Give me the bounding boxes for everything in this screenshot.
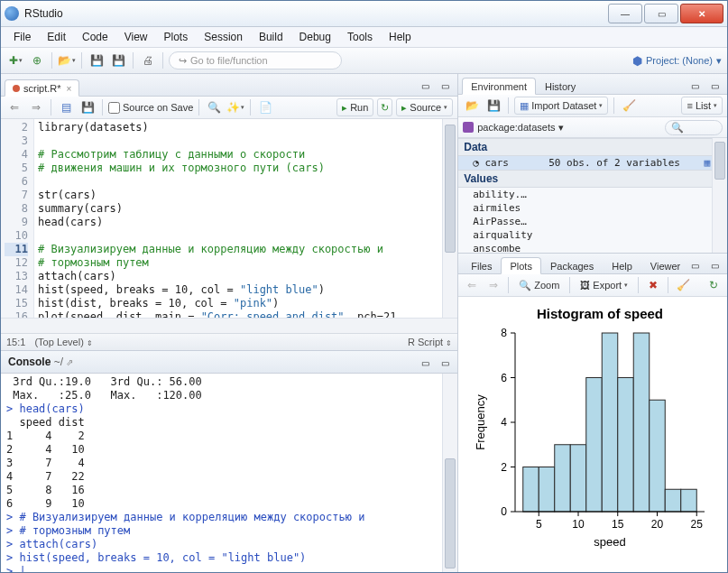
- print-icon[interactable]: 🖨: [139, 51, 157, 69]
- maximize-button[interactable]: ▭: [644, 4, 678, 23]
- tab-history[interactable]: History: [536, 78, 585, 95]
- source-tab[interactable]: script.R* ×: [5, 79, 79, 97]
- tab-packages[interactable]: Packages: [541, 257, 603, 274]
- search-icon: 🔍: [671, 122, 684, 134]
- save-all-icon[interactable]: 💾: [109, 51, 127, 69]
- tab-viewer[interactable]: Viewer: [641, 257, 689, 274]
- env-scope-selector[interactable]: package:datasets▾: [463, 122, 564, 134]
- console-pane: Console ~/ ⇗ ▭ ▭ 3rd Qu.:19.0 3rd Qu.: 5…: [1, 351, 457, 572]
- tab-help[interactable]: Help: [603, 257, 641, 274]
- pane-restore-icon[interactable]: ▭: [705, 256, 723, 274]
- source-editor[interactable]: 23456789101112131415161718192021 library…: [1, 119, 457, 318]
- console-path: ~/: [54, 356, 63, 368]
- save-workspace-icon[interactable]: 💾: [484, 97, 502, 115]
- save-icon[interactable]: 💾: [88, 51, 106, 69]
- forward-icon[interactable]: ⇒: [27, 98, 45, 116]
- pane-max-icon[interactable]: ▭: [416, 77, 434, 95]
- export-button[interactable]: 🖼 Export▾: [576, 277, 632, 293]
- titlebar: RStudio — ▭ ✕: [1, 1, 727, 27]
- tab-plots[interactable]: Plots: [501, 257, 540, 274]
- menu-code[interactable]: Code: [75, 29, 115, 45]
- prev-plot-icon[interactable]: ⇐: [463, 276, 481, 294]
- env-body[interactable]: Data◔ cars50 obs. of 2 variables▦Valuesa…: [458, 138, 712, 253]
- menu-view[interactable]: View: [117, 29, 155, 45]
- compile-report-icon[interactable]: 📄: [256, 98, 274, 116]
- svg-rect-8: [633, 333, 650, 512]
- pane-max-icon[interactable]: ▭: [416, 354, 434, 372]
- editor-vscrollbar[interactable]: [442, 119, 457, 318]
- pane-restore-icon[interactable]: ▭: [705, 77, 723, 95]
- menu-session[interactable]: Session: [197, 29, 250, 45]
- load-workspace-icon[interactable]: 📂: [463, 97, 481, 115]
- save-source-icon[interactable]: 💾: [78, 98, 97, 116]
- env-row[interactable]: anscombe: [458, 242, 712, 253]
- env-row[interactable]: airquality: [458, 228, 712, 242]
- pane-restore-icon[interactable]: ▭: [436, 77, 454, 95]
- new-file-icon[interactable]: ✚▾: [6, 51, 24, 69]
- menu-tools[interactable]: Tools: [340, 29, 380, 45]
- show-doc-icon[interactable]: ▤: [57, 98, 75, 116]
- view-mode-button[interactable]: ≡ List▾: [681, 97, 723, 115]
- menu-build[interactable]: Build: [252, 29, 290, 45]
- run-button[interactable]: ▸Run: [336, 98, 373, 116]
- editor-code[interactable]: library(datasets) # Рассмотрим таблицу с…: [34, 119, 442, 318]
- source-button[interactable]: ▸Source▾: [396, 98, 453, 116]
- refresh-plot-icon[interactable]: ↻: [705, 276, 723, 294]
- goto-file-input[interactable]: ↪ Go to file/function: [169, 51, 342, 69]
- wand-icon[interactable]: ✨▾: [226, 98, 244, 116]
- console-body[interactable]: 3rd Qu.:19.0 3rd Qu.: 56.00 Max. :25.0 M…: [1, 374, 442, 572]
- project-selector[interactable]: ⬢ Project: (None) ▾: [632, 54, 722, 68]
- svg-text:Frequency: Frequency: [474, 394, 487, 450]
- env-search-input[interactable]: 🔍: [665, 120, 723, 135]
- menu-debug[interactable]: Debug: [292, 29, 338, 45]
- open-file-icon[interactable]: 📂▾: [58, 51, 76, 69]
- plots-toolbar: ⇐ ⇒ 🔍 Zoom 🖼 Export▾ ✖ 🧹 ↻: [458, 274, 727, 297]
- plots-pane: FilesPlotsPackagesHelpViewer ▭ ▭ ⇐ ⇒ 🔍 Z…: [458, 254, 727, 572]
- pane-restore-icon[interactable]: ▭: [436, 354, 454, 372]
- source-toolbar: ⇐ ⇒ ▤ 💾 Source on Save 🔍 ✨▾ 📄: [1, 97, 457, 119]
- pane-max-icon[interactable]: ▭: [686, 256, 704, 274]
- content-area: script.R* × ▭ ▭ ⇐ ⇒ ▤ 💾: [1, 74, 727, 572]
- close-button[interactable]: ✕: [680, 4, 723, 23]
- svg-text:5: 5: [536, 518, 542, 531]
- clear-workspace-icon[interactable]: 🧹: [620, 97, 638, 115]
- svg-rect-6: [602, 333, 618, 512]
- svg-rect-4: [570, 445, 586, 512]
- env-row[interactable]: airmiles: [458, 201, 712, 215]
- app-window: RStudio — ▭ ✕ FileEditCodeViewPlotsSessi…: [0, 0, 728, 573]
- editor-hscrollbar[interactable]: [1, 318, 457, 333]
- svg-rect-2: [539, 467, 555, 513]
- svg-text:20: 20: [651, 518, 664, 531]
- find-icon[interactable]: 🔍: [205, 98, 223, 116]
- source-on-save-checkbox[interactable]: Source on Save: [108, 102, 193, 114]
- menu-plots[interactable]: Plots: [157, 29, 196, 45]
- clear-plots-icon[interactable]: 🧹: [674, 276, 692, 294]
- next-plot-icon[interactable]: ⇒: [484, 276, 502, 294]
- import-dataset-button[interactable]: ▦Import Dataset▾: [514, 97, 608, 115]
- editor-gutter: 23456789101112131415161718192021: [1, 119, 34, 318]
- console-popout-icon[interactable]: ⇗: [66, 357, 73, 367]
- env-row[interactable]: ability.…: [458, 188, 712, 201]
- env-row[interactable]: AirPasse…: [458, 215, 712, 228]
- pane-max-icon[interactable]: ▭: [686, 77, 704, 95]
- svg-text:10: 10: [572, 518, 585, 531]
- svg-rect-7: [618, 378, 634, 513]
- console-vscrollbar[interactable]: [442, 374, 457, 572]
- env-row[interactable]: ◔ cars50 obs. of 2 variables▦: [458, 156, 712, 170]
- new-project-icon[interactable]: ⊕: [28, 51, 46, 69]
- environment-pane: EnvironmentHistory ▭ ▭ 📂 💾 ▦Import Datas…: [458, 74, 727, 254]
- menu-file[interactable]: File: [6, 29, 38, 45]
- close-tab-icon[interactable]: ×: [67, 84, 72, 94]
- rerun-button[interactable]: ↻: [377, 98, 392, 116]
- menu-edit[interactable]: Edit: [40, 29, 73, 45]
- zoom-button[interactable]: 🔍 Zoom: [514, 277, 564, 293]
- remove-plot-icon[interactable]: ✖: [644, 276, 662, 294]
- lang-selector[interactable]: R Script ⇕: [408, 337, 452, 347]
- tab-environment[interactable]: Environment: [462, 78, 536, 95]
- scope-selector[interactable]: (Top Level) ⇕: [34, 337, 92, 347]
- back-icon[interactable]: ⇐: [5, 98, 23, 116]
- minimize-button[interactable]: —: [608, 4, 642, 23]
- menu-help[interactable]: Help: [382, 29, 419, 45]
- tab-files[interactable]: Files: [462, 257, 501, 274]
- env-vscrollbar[interactable]: [712, 138, 727, 253]
